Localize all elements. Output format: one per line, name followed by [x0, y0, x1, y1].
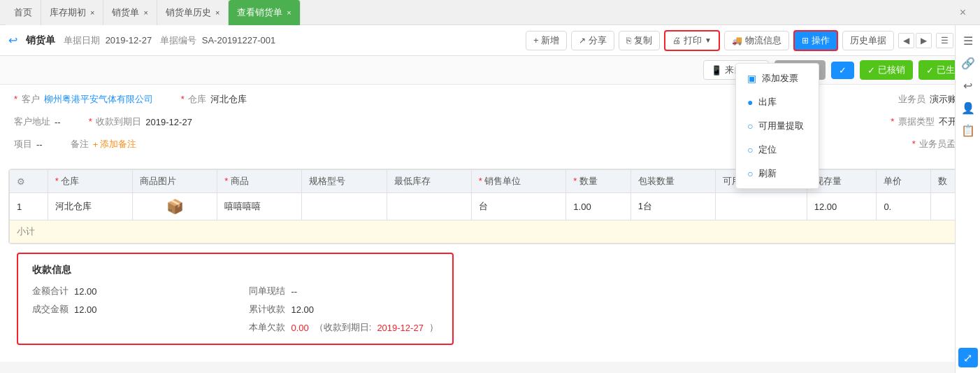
col-quantity: * 数量: [566, 170, 630, 193]
col-min-stock: 最低库存: [387, 170, 471, 193]
data-table: ⚙ * 仓库 商品图片 * 商品 规格型号 最低库存 * 销售单位 * 数量 包…: [9, 169, 971, 244]
cell-available: [715, 193, 807, 220]
tab-inventory-init[interactable]: 库存期初 ×: [41, 0, 103, 25]
window-close-button[interactable]: ×: [951, 6, 974, 19]
due-value: 0.00: [291, 323, 308, 333]
payment-due-value: 2019-12-27: [145, 117, 192, 127]
cell-quantity: 1.00: [566, 193, 630, 220]
tab-sales-history[interactable]: 销货单历史 ×: [157, 0, 229, 25]
cell-index: 1: [10, 193, 48, 220]
tab-close-view-sales[interactable]: ×: [287, 8, 291, 17]
action-bar: 📱 来自手机 未开票 ✓ ✓ 已核销 ✓ 已生效: [0, 56, 980, 85]
sidebar-icon-1[interactable]: ☰: [958, 31, 978, 50]
warehouse-value: 河北仓库: [210, 93, 247, 106]
header-bar: ↩ 销货单 单据日期 2019-12-27 单据编号 SA-20191227-0…: [0, 25, 980, 56]
tab-view-sales[interactable]: 查看销货单 ×: [229, 0, 300, 25]
tab-close-sales-order[interactable]: ×: [143, 8, 147, 17]
doc-title: 销货单: [26, 34, 55, 47]
due-date-value: 2019-12-27: [377, 323, 424, 333]
dropdown-outbound[interactable]: ● 出库: [736, 90, 819, 114]
main-content: ↩ 销货单 单据日期 2019-12-27 单据编号 SA-20191227-0…: [0, 25, 980, 362]
sidebar-icon-4[interactable]: 👤: [958, 98, 978, 118]
copy-button[interactable]: ⎘ 复制: [619, 31, 660, 50]
col-settings[interactable]: ⚙: [10, 170, 48, 193]
header-right: + 新增 ↗ 分享 ⎘ 复制 🖨 打印 ▼ 🚚 物流信息 ⊞ 操作: [526, 30, 972, 51]
dropdown-available-qty[interactable]: ○ 可用量提取: [736, 114, 819, 138]
doc-icon: ↩: [8, 34, 17, 47]
col-sales-unit: * 销售单位: [471, 170, 566, 193]
tab-sales-order[interactable]: 销货单 ×: [103, 0, 157, 25]
cell-pack-quantity: 1台: [630, 193, 715, 220]
sidebar-icon-3[interactable]: ↩: [958, 76, 978, 95]
new-button[interactable]: + 新增: [526, 31, 567, 50]
already-voided-button[interactable]: ✓ 已核销: [860, 60, 913, 80]
tab-home[interactable]: 首页: [6, 0, 41, 25]
payment-row-cumulative: 累计收款 12.00: [249, 303, 438, 316]
prev-arrow[interactable]: ◀: [898, 33, 914, 48]
cell-sales-unit: 台: [471, 193, 566, 220]
payment-title: 收款信息: [32, 264, 438, 276]
sidebar-icon-6[interactable]: ⤢: [958, 348, 978, 362]
header-left: ↩ 销货单 单据日期 2019-12-27 单据编号 SA-20191227-0…: [8, 34, 275, 47]
cumulative-value: 12.00: [291, 304, 314, 315]
list-view-icon[interactable]: ☰: [936, 33, 953, 48]
gear-icon: ⚙: [17, 176, 25, 187]
tab-close-sales-history[interactable]: ×: [215, 8, 219, 17]
print-button[interactable]: 🖨 打印 ▼: [664, 30, 720, 51]
payment-section: 收款信息 金额合计 12.00 同单现结 -- 成交金额 12.00 累计收款 …: [17, 253, 454, 345]
payment-row-total: 金额合计 12.00: [32, 285, 221, 297]
cell-product: 嘻嘻嘻嘻: [217, 193, 302, 220]
total-amount-value: 12.00: [74, 286, 97, 297]
add-note-button[interactable]: + + 添加备注 添加备注: [93, 138, 137, 150]
project-field: 项目 --: [14, 138, 43, 150]
cell-current-stock: 12.00: [807, 193, 877, 220]
tab-close-inventory-init[interactable]: ×: [90, 8, 94, 17]
dropdown-refresh[interactable]: ○ 刷新: [736, 162, 819, 185]
transaction-value: 12.00: [74, 304, 97, 315]
col-product: * 商品: [217, 170, 302, 193]
checkmark-icon2: ✓: [926, 65, 934, 76]
col-unit-price: 单价: [877, 170, 931, 193]
logistics-button[interactable]: 🚚 物流信息: [724, 31, 789, 50]
sidebar-icon-2[interactable]: 🔗: [958, 53, 978, 73]
table-header-row: ⚙ * 仓库 商品图片 * 商品 规格型号 最低库存 * 销售单位 * 数量 包…: [10, 170, 971, 193]
warehouse-field: * 仓库 河北仓库: [181, 93, 247, 106]
note-field: 备注 + + 添加备注 添加备注: [71, 138, 137, 150]
cell-warehouse: 河北仓库: [48, 193, 132, 220]
settlement-value: --: [291, 286, 297, 297]
subtotal-cell: 小计: [10, 220, 971, 244]
phone-icon: 📱: [711, 65, 722, 76]
table-wrapper: ⚙ * 仓库 商品图片 * 商品 规格型号 最低库存 * 销售单位 * 数量 包…: [8, 169, 972, 244]
nav-arrows: ◀ ▶: [898, 33, 932, 48]
customer-value[interactable]: 柳州粤港平安气体有限公司: [44, 93, 153, 106]
cell-min-stock: [387, 193, 471, 220]
col-spec: 规格型号: [302, 170, 387, 193]
tab-bar: 首页 库存期初 × 销货单 × 销货单历史 × 查看销货单 × ×: [0, 0, 980, 25]
payment-row-transaction: 成交金额 12.00: [32, 303, 221, 316]
customer-field: * * 客户客户 柳州粤港平安气体有限公司: [14, 93, 153, 106]
check-icon-button[interactable]: ✓: [831, 62, 854, 79]
cell-unit-price: 0.: [877, 193, 931, 220]
payment-due-field: * 收款到期日 2019-12-27: [89, 115, 192, 128]
sidebar-icon-5[interactable]: 📋: [958, 120, 978, 140]
dropdown-add-invoice[interactable]: ▣ 添加发票: [736, 66, 819, 90]
form-row-1: * * 客户客户 柳州粤港平安气体有限公司 * 仓库 河北仓库 业务员 演示账号: [14, 93, 966, 106]
form-section: * * 客户客户 柳州粤港平安气体有限公司 * 仓库 河北仓库 业务员 演示账号…: [0, 85, 980, 169]
next-arrow[interactable]: ▶: [916, 33, 932, 48]
operations-button[interactable]: ⊞ 操作: [793, 30, 838, 51]
cell-spec: [302, 193, 387, 220]
right-sidebar: ☰ 🔗 ↩ 👤 📋 ⤢: [955, 25, 980, 362]
history-button[interactable]: 历史单据: [842, 31, 894, 50]
address-value: --: [55, 117, 61, 127]
address-field: 客户地址 --: [14, 115, 61, 128]
dropdown-locate[interactable]: ○ 定位: [736, 138, 819, 162]
col-pack-quantity: 包装数量: [630, 170, 715, 193]
number-meta: 单据编号 SA-20191227-001: [160, 34, 275, 47]
payment-grid: 金额合计 12.00 同单现结 -- 成交金额 12.00 累计收款 12.00: [32, 285, 438, 334]
form-row-3: 项目 -- 备注 + + 添加备注 添加备注 * 业务员孟 --: [14, 138, 966, 150]
cell-image: 📦: [132, 193, 217, 220]
payment-info-container: 收款信息 金额合计 12.00 同单现结 -- 成交金额 12.00 累计收款 …: [0, 244, 980, 362]
form-row-2: 客户地址 -- * 收款到期日 2019-12-27 * 票据类型 不开票: [14, 115, 966, 128]
share-button[interactable]: ↗ 分享: [571, 31, 614, 50]
col-warehouse: * 仓库: [48, 170, 132, 193]
